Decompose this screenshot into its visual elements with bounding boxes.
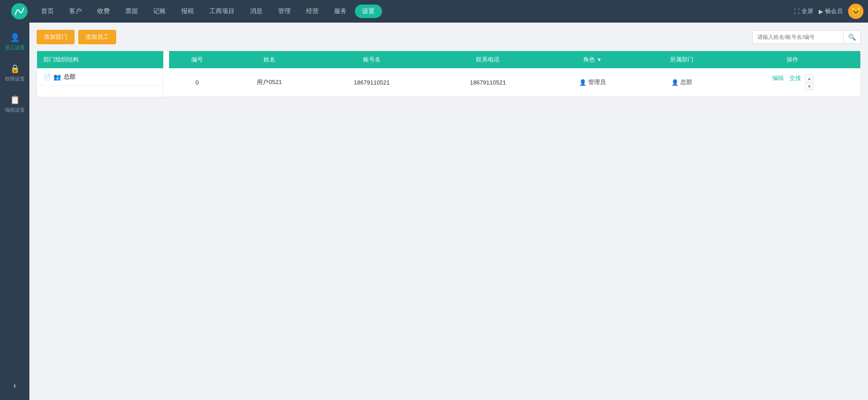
nav-settings[interactable]: 设置 <box>355 5 382 18</box>
nav-invoice[interactable]: 票据 <box>118 5 145 18</box>
nav-customer[interactable]: 客户 <box>62 5 89 18</box>
fullscreen-icon: ⛶ <box>794 8 800 15</box>
role-label: 管理员 <box>588 78 606 86</box>
employee-icon: 👤 <box>10 33 20 42</box>
member-icon: ▶ <box>819 8 823 15</box>
sidebar-item-tax-settings[interactable]: 📋 报税设置 <box>0 89 29 119</box>
member-label: 畅会员 <box>825 7 843 15</box>
nav-manage[interactable]: 管理 <box>271 5 298 18</box>
download-icon: ⬇ <box>13 383 17 389</box>
nav-tax[interactable]: 报税 <box>174 5 201 18</box>
content-area: 部门组织结构 📄 👥 总部 编号 姓名 账号名 联系电话 <box>37 51 861 97</box>
col-phone: 联系电话 <box>430 51 546 68</box>
dept-name: 总部 <box>64 73 75 81</box>
avatar[interactable]: 🐱 <box>848 4 863 19</box>
nav-biz[interactable]: 工商项目 <box>202 5 242 18</box>
main-content: 添加部门 添加员工 🔍 部门组织结构 📄 👥 总部 <box>29 23 868 400</box>
file-icon: 📄 <box>43 74 51 80</box>
col-name: 姓名 <box>225 51 314 68</box>
cell-phone: 18679110521 <box>430 68 546 97</box>
logo[interactable] <box>5 3 34 19</box>
nav-items: 首页 客户 收费 票据 记账 报税 工商项目 消息 管理 经营 服务 设置 <box>34 5 794 18</box>
col-account: 账号名 <box>314 51 430 68</box>
layout: 👤 员工设置 🔒 权限设置 📋 报税设置 ⬇ 添加部门 添加员工 🔍 <box>0 23 868 400</box>
nav-right: ⛶ 全屏 ▶ 畅会员 🐱 <box>794 4 863 19</box>
sidebar-permission-label: 权限设置 <box>5 75 25 82</box>
cell-name: 用户0521 <box>225 68 314 97</box>
dept-person-icon: 👤 <box>671 79 679 86</box>
permission-icon: 🔒 <box>10 64 20 74</box>
search-button[interactable]: 🔍 <box>843 31 860 43</box>
cell-role: 👤 管理员 <box>546 68 639 97</box>
nav-message[interactable]: 消息 <box>243 5 270 18</box>
col-ops: 操作 <box>724 51 860 68</box>
add-employee-button[interactable]: 添加员工 <box>78 30 116 44</box>
sidebar-bottom: ⬇ <box>11 378 19 400</box>
col-dept: 所属部门 <box>639 51 725 68</box>
dept-label: 总部 <box>680 78 692 86</box>
logo-icon <box>11 3 28 19</box>
table-row: 0 用户0521 18679110521 18679110521 👤 管理员 👤… <box>169 68 860 97</box>
nav-service[interactable]: 服务 <box>327 5 354 18</box>
employee-table-wrap: 编号 姓名 账号名 联系电话 角色 ▼ 所属部门 操作 <box>169 51 860 97</box>
cell-dept: 👤 总部 <box>639 68 725 97</box>
edit-button[interactable]: 编辑 <box>770 73 786 83</box>
employee-table: 编号 姓名 账号名 联系电话 角色 ▼ 所属部门 操作 <box>169 51 860 97</box>
tax-settings-icon: 📋 <box>10 95 20 105</box>
toolbar: 添加部门 添加员工 🔍 <box>37 30 861 44</box>
dept-tree-item[interactable]: 📄 👥 总部 <box>37 68 163 86</box>
transfer-button[interactable]: 交接 <box>788 73 803 83</box>
nav-accounting[interactable]: 记账 <box>146 5 173 18</box>
sidebar: 👤 员工设置 🔒 权限设置 📋 报税设置 ⬇ <box>0 23 29 400</box>
role-icon: 👤 <box>579 79 586 86</box>
nav-home[interactable]: 首页 <box>34 5 61 18</box>
nav-fee[interactable]: 收费 <box>90 5 117 18</box>
cell-ops: 编辑 交接 ▲ ▼ <box>724 68 860 97</box>
table-header-row: 编号 姓名 账号名 联系电话 角色 ▼ 所属部门 操作 <box>169 51 860 68</box>
dept-tree-header: 部门组织结构 <box>37 51 163 68</box>
fullscreen-label: 全屏 <box>802 7 813 15</box>
sidebar-item-permission[interactable]: 🔒 权限设置 <box>0 58 29 88</box>
search-input[interactable] <box>753 31 843 43</box>
top-nav: 首页 客户 收费 票据 记账 报税 工商项目 消息 管理 经营 服务 设置 ⛶ … <box>0 0 868 23</box>
scroll-down-button[interactable]: ▼ <box>805 83 813 90</box>
sidebar-item-employee[interactable]: 👤 员工设置 <box>0 27 29 56</box>
fullscreen-btn[interactable]: ⛶ 全屏 <box>794 7 813 15</box>
filter-icon: ▼ <box>597 57 602 62</box>
dept-person-icon: 👥 <box>53 73 61 80</box>
nav-ops[interactable]: 经营 <box>299 5 326 18</box>
col-id: 编号 <box>169 51 225 68</box>
col-role[interactable]: 角色 ▼ <box>546 51 639 68</box>
sidebar-download-btn[interactable]: ⬇ <box>11 378 19 395</box>
member-btn[interactable]: ▶ 畅会员 <box>819 7 843 15</box>
add-dept-button[interactable]: 添加部门 <box>37 30 75 44</box>
cell-account: 18679110521 <box>314 68 430 97</box>
search-bar: 🔍 <box>752 30 861 44</box>
scroll-up-button[interactable]: ▲ <box>805 75 813 82</box>
dept-tree: 部门组织结构 📄 👥 总部 <box>37 51 164 97</box>
sidebar-employee-label: 员工设置 <box>5 44 25 51</box>
sidebar-tax-label: 报税设置 <box>5 107 25 113</box>
cell-id: 0 <box>169 68 225 97</box>
